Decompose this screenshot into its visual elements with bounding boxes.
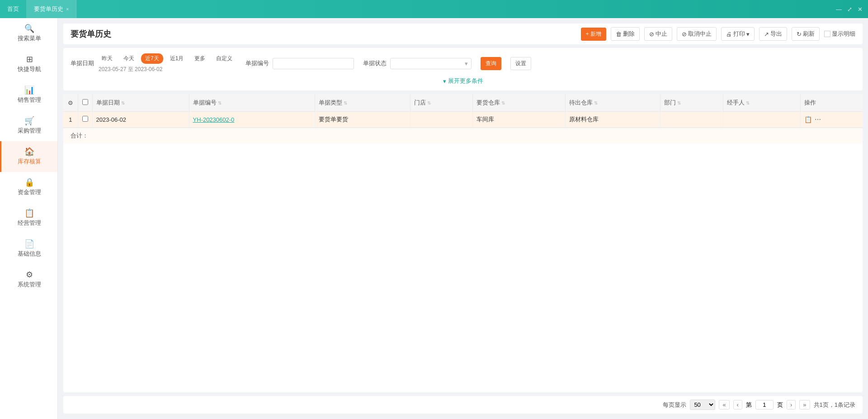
cancel-stop-icon: ⊘ xyxy=(682,31,687,38)
search-menu-icon: 🔍 xyxy=(24,24,34,33)
sidebar-item-finance-mgmt[interactable]: 🔒 资金管理 xyxy=(0,172,57,203)
sidebar-item-search-menu[interactable]: 🔍 搜索菜单 xyxy=(0,18,57,49)
doc-no-link[interactable]: YH-20230602-0 xyxy=(193,116,235,123)
status-select-wrapper xyxy=(390,58,472,69)
top-bar-right: — ⤢ ✕ xyxy=(836,6,868,13)
tab-list: 首页 要货单历史 × xyxy=(0,0,836,18)
table-footer-summary: 合计： xyxy=(63,128,863,143)
status-filter-group: 单据状态 xyxy=(363,58,472,69)
sidebar-item-inventory[interactable]: 🏠 库存核算 xyxy=(0,141,57,172)
tab-close-icon[interactable]: × xyxy=(66,6,69,12)
display-detail-checkbox xyxy=(824,31,830,37)
table-row: 1 2023-06-02 YH-20230602-0 要货单要货 车间库 原材料… xyxy=(63,112,863,128)
sort-icon: ⇅ xyxy=(677,100,681,105)
refresh-button[interactable]: ↻ 刷新 xyxy=(792,27,820,41)
date-shortcuts: 昨天 今天 近7天 近1月 更多 自定义 2023-05-27 至 2023-0… xyxy=(98,53,236,73)
export-button[interactable]: ↗ 导出 xyxy=(759,27,787,41)
page-input[interactable] xyxy=(755,400,774,409)
data-table: ⚙ 单据日期 ⇅ 单据编号 xyxy=(63,94,863,128)
cancel-stop-button[interactable]: ⊘ 取消中止 xyxy=(677,27,717,41)
cell-pending-warehouse: 原材料仓库 xyxy=(566,112,660,128)
sidebar-item-quick-nav[interactable]: ⊞ 快捷导航 xyxy=(0,49,57,80)
date-btn-more[interactable]: 更多 xyxy=(190,53,209,64)
sidebar-item-ops-mgmt[interactable]: 📋 经营管理 xyxy=(0,203,57,233)
prev-page-button[interactable]: ‹ xyxy=(733,400,742,409)
row-actions: 📋 ⋯ xyxy=(804,116,859,123)
page-size-label: 每页显示 xyxy=(663,401,686,409)
date-btn-7days[interactable]: 近7天 xyxy=(141,53,163,64)
layout: 🔍 搜索菜单 ⊞ 快捷导航 📊 销售管理 🛒 采购管理 🏠 库存核算 🔒 资金管… xyxy=(0,18,868,419)
sort-icon: ⇅ xyxy=(501,100,505,105)
cell-store xyxy=(410,112,472,128)
cell-dept xyxy=(660,112,723,128)
col-actions: 操作 xyxy=(801,94,863,112)
col-doc-type: 单据类型 ⇅ xyxy=(315,94,410,112)
query-button[interactable]: 查询 xyxy=(481,57,501,70)
delete-icon: 🗑 xyxy=(616,31,622,38)
footer-label: 合计： xyxy=(71,132,88,139)
page-label: 页 xyxy=(777,401,783,409)
tab-home[interactable]: 首页 xyxy=(0,0,27,18)
window-minimize-icon[interactable]: — xyxy=(836,6,842,13)
sidebar-item-sys-mgmt[interactable]: ⚙ 系统管理 xyxy=(0,264,57,295)
tab-purchase-history[interactable]: 要货单历史 × xyxy=(27,0,76,18)
col-checkbox xyxy=(78,94,92,112)
total-info: 共1页，1条记录 xyxy=(814,401,855,409)
sort-icon: ⇅ xyxy=(344,100,347,105)
doc-no-input[interactable] xyxy=(273,58,354,69)
cell-doc-no: YH-20230602-0 xyxy=(189,112,315,128)
date-btn-today[interactable]: 今天 xyxy=(119,53,138,64)
col-doc-no: 单据编号 ⇅ xyxy=(189,94,315,112)
col-req-warehouse: 要货仓库 ⇅ xyxy=(472,94,565,112)
sidebar-item-label: 搜索菜单 xyxy=(18,34,41,43)
col-store: 门店 ⇅ xyxy=(410,94,472,112)
settings-col-icon[interactable]: ⚙ xyxy=(68,100,73,106)
sidebar-item-label: 资金管理 xyxy=(18,188,41,196)
new-button[interactable]: + 新增 xyxy=(581,28,606,41)
display-detail-toggle[interactable]: 显示明细 xyxy=(824,30,855,38)
select-all-checkbox[interactable] xyxy=(82,99,88,105)
row-checkbox-cell xyxy=(78,112,92,128)
first-page-button[interactable]: « xyxy=(719,400,729,409)
stop-button[interactable]: ⊘ 中止 xyxy=(644,27,672,41)
sidebar-item-purchase-mgmt[interactable]: 🛒 采购管理 xyxy=(0,110,57,141)
filter-row: 单据日期 昨天 今天 近7天 近1月 更多 自定义 2023-05-27 至 2… xyxy=(71,53,855,73)
date-btn-1month[interactable]: 近1月 xyxy=(166,53,188,64)
settings-button[interactable]: 设置 xyxy=(510,57,531,70)
sys-icon: ⚙ xyxy=(26,271,33,279)
main-content: 要货单历史 + 新增 🗑 删除 ⊘ 中止 ⊘ 取消中止 🖨 打印 xyxy=(58,18,868,419)
date-shortcut-list: 昨天 今天 近7天 近1月 更多 自定义 xyxy=(98,53,236,64)
cell-doc-date: 2023-06-02 xyxy=(92,112,189,128)
sidebar-item-label: 基础信息 xyxy=(18,250,41,258)
col-settings: ⚙ xyxy=(63,94,78,112)
sort-icon: ⇅ xyxy=(594,100,598,105)
row-more-icon[interactable]: ⋯ xyxy=(815,116,821,123)
export-icon: ↗ xyxy=(764,31,769,38)
expand-more-button[interactable]: ▾ 展开更多条件 xyxy=(443,77,483,85)
date-btn-yesterday[interactable]: 昨天 xyxy=(98,53,117,64)
row-edit-icon[interactable]: 📋 xyxy=(804,116,812,123)
last-page-button[interactable]: » xyxy=(799,400,810,409)
col-doc-date: 单据日期 ⇅ xyxy=(92,94,189,112)
status-select[interactable] xyxy=(390,58,472,69)
row-checkbox[interactable] xyxy=(82,116,88,122)
top-bar: 首页 要货单历史 × — ⤢ ✕ xyxy=(0,0,868,18)
page-size-select[interactable]: 50 10 20 100 xyxy=(690,400,715,410)
window-maximize-icon[interactable]: ⤢ xyxy=(847,6,852,13)
sidebar-item-label: 系统管理 xyxy=(18,281,41,289)
quick-nav-icon: ⊞ xyxy=(26,55,33,63)
col-handler: 经手人 ⇅ xyxy=(723,94,801,112)
sort-icon: ⇅ xyxy=(427,100,431,105)
finance-icon: 🔒 xyxy=(24,178,34,186)
window-close-icon[interactable]: ✕ xyxy=(858,6,863,13)
sidebar-item-sales-mgmt[interactable]: 📊 销售管理 xyxy=(0,80,57,110)
next-page-button[interactable]: › xyxy=(787,400,796,409)
sidebar-item-label: 销售管理 xyxy=(18,96,41,104)
expand-icon: ▾ xyxy=(443,78,446,85)
sidebar-item-basic-info[interactable]: 📄 基础信息 xyxy=(0,233,57,264)
print-button[interactable]: 🖨 打印 ▾ xyxy=(721,27,755,41)
date-btn-custom[interactable]: 自定义 xyxy=(212,53,236,64)
basic-info-icon: 📄 xyxy=(24,240,34,248)
sidebar-item-label: 快捷导航 xyxy=(18,65,41,73)
delete-button[interactable]: 🗑 删除 xyxy=(611,27,640,41)
